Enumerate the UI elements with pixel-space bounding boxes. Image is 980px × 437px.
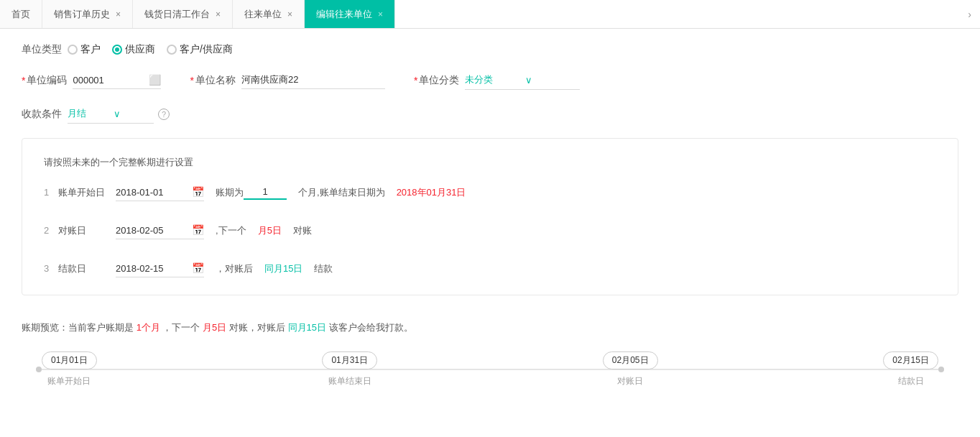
unit-category-chevron-icon: ∨: [525, 75, 580, 86]
unit-name-item: * 单位名称: [190, 72, 384, 89]
preview-highlight-2: 月5日: [203, 322, 226, 333]
period-label: 账期为: [216, 186, 244, 199]
radio-customer-supplier[interactable]: 客户/供应商: [167, 43, 233, 56]
period-value-input[interactable]: [244, 185, 287, 200]
timeline-container: 01月01日 账单开始日 01月31日 账单结束日 02月05日 对账日: [22, 351, 958, 387]
unit-category-select[interactable]: 未分类 ∨: [465, 70, 580, 90]
unit-type-item: 单位类型 客户 供应商 客户/供应商: [22, 43, 233, 56]
timeline-node-4: 02月15日 结款日: [883, 351, 938, 387]
unit-type-label: 单位类型: [22, 43, 62, 56]
settings-box: 请按照未来的一个完整帐期进行设置 1 账单开始日 📅 账期为 个月,账单结束日期…: [22, 138, 958, 295]
unit-name-input[interactable]: [241, 72, 385, 89]
unit-code-input[interactable]: [73, 72, 144, 88]
reconcile-date-input-wrap: 📅: [116, 221, 204, 239]
unit-name-label: 单位名称: [195, 74, 236, 87]
radio-supplier-circle: [112, 45, 122, 55]
preview-text: 账期预览：当前客户账期是 1个月 ，下一个 月5日 对账，对账后 同月15日 该…: [22, 321, 958, 334]
unit-code-input-wrap: ⬜: [73, 72, 161, 89]
timeline-node-3-pill: 02月05日: [603, 351, 658, 369]
setting-name-1: 账单开始日: [58, 186, 116, 199]
tab-edit-partner-unit[interactable]: 编辑往来单位 ×: [305, 0, 395, 28]
unit-type-radio-group: 客户 供应商 客户/供应商: [68, 43, 233, 56]
payment-desc-prefix: ，对账后: [216, 262, 253, 275]
timeline-left-endpoint: [36, 367, 42, 372]
setting-index-3: 3: [44, 263, 58, 274]
radio-customer-circle: [68, 45, 78, 55]
payment-desc-highlight: 同月15日: [264, 262, 302, 275]
payment-date-input-wrap: 📅: [116, 259, 204, 277]
radio-customer[interactable]: 客户: [68, 43, 101, 56]
setting-row-2: 2 对账日 📅 ,下一个 月5日 对账: [44, 221, 936, 239]
payment-date-calendar-icon[interactable]: 📅: [192, 262, 204, 274]
reconcile-desc-suffix: 对账: [293, 224, 312, 237]
period-end-date: 2018年01月31日: [397, 186, 466, 199]
timeline-node-1: 01月01日 账单开始日: [42, 351, 97, 387]
setting-row-3: 3 结款日 📅 ，对账后 同月15日 结款: [44, 259, 936, 277]
payment-terms-item: 收款条件 月结 ∨ ?: [22, 104, 170, 124]
period-unit-text: 个月,账单结束日期为: [298, 186, 385, 199]
radio-supplier[interactable]: 供应商: [112, 43, 155, 56]
timeline-node-1-label: 账单开始日: [47, 375, 91, 387]
setting-name-2: 对账日: [58, 224, 116, 237]
start-date-input-wrap: 📅: [116, 183, 204, 201]
unit-category-label: 单位分类: [419, 74, 459, 87]
timeline-node-3: 02月05日 对账日: [603, 351, 658, 387]
timeline-node-4-pill: 02月15日: [883, 351, 938, 369]
setting-index-2: 2: [44, 225, 58, 236]
payment-date-input[interactable]: [116, 263, 188, 274]
close-tab-cash-work-bench[interactable]: ×: [216, 9, 221, 19]
radio-customer-supplier-circle: [167, 45, 177, 55]
timeline-nodes: 01月01日 账单开始日 01月31日 账单结束日 02月05日 对账日: [42, 351, 938, 387]
unit-category-item: * 单位分类 未分类 ∨: [414, 70, 580, 90]
start-date-input[interactable]: [116, 187, 188, 198]
reconcile-date-calendar-icon[interactable]: 📅: [192, 224, 204, 236]
setting-name-3: 结款日: [58, 262, 116, 275]
start-date-calendar-icon[interactable]: 📅: [192, 186, 204, 198]
payment-terms-row: 收款条件 月结 ∨ ?: [22, 104, 958, 124]
preview-section: 账期预览：当前客户账期是 1个月 ，下一个 月5日 对账，对账后 同月15日 该…: [22, 310, 958, 387]
tab-partner-units[interactable]: 往来单位 ×: [233, 0, 305, 28]
payment-terms-select[interactable]: 月结 ∨: [68, 104, 154, 124]
timeline-node-3-label: 对账日: [617, 375, 643, 387]
unit-code-label: 单位编码: [27, 74, 67, 87]
reconcile-desc-prefix: ,下一个: [216, 224, 246, 237]
unit-code-copy-icon[interactable]: ⬜: [149, 74, 161, 86]
unit-category-required-star: *: [414, 75, 417, 86]
tab-more-button[interactable]: ›: [959, 9, 980, 20]
reconcile-desc-highlight: 月5日: [258, 224, 282, 237]
payment-terms-label: 收款条件: [22, 108, 62, 121]
payment-terms-chevron-icon: ∨: [114, 109, 154, 119]
unit-code-item: * 单位编码 ⬜: [22, 72, 161, 89]
timeline-node-2: 01月31日 账单结束日: [322, 351, 377, 387]
setting-index-1: 1: [44, 187, 58, 198]
unit-name-required-star: *: [190, 75, 193, 86]
tab-bar: 首页 销售订单历史 × 钱货日清工作台 × 往来单位 × 编辑往来单位 × ›: [0, 0, 980, 29]
settings-title: 请按照未来的一个完整帐期进行设置: [44, 156, 936, 169]
unit-type-row: 单位类型 客户 供应商 客户/供应商: [22, 43, 958, 56]
timeline-node-2-label: 账单结束日: [328, 375, 371, 387]
setting-row-1: 1 账单开始日 📅 账期为 个月,账单结束日期为 2018年01月31日: [44, 183, 936, 201]
close-tab-partner-units[interactable]: ×: [287, 9, 292, 19]
payment-terms-help-icon[interactable]: ?: [158, 109, 170, 120]
timeline-inner: 01月01日 账单开始日 01月31日 账单结束日 02月05日 对账日: [42, 351, 938, 387]
close-tab-sales-order-history[interactable]: ×: [116, 9, 121, 19]
tab-cash-work-bench[interactable]: 钱货日清工作台 ×: [133, 0, 233, 28]
timeline-node-1-pill: 01月01日: [42, 351, 97, 369]
timeline: 01月01日 账单开始日 01月31日 账单结束日 02月05日 对账日: [36, 351, 944, 387]
preview-highlight-1: 1个月: [137, 322, 160, 333]
timeline-right-endpoint: [938, 367, 944, 372]
unit-code-required-star: *: [22, 75, 25, 86]
timeline-node-4-label: 结款日: [898, 375, 924, 387]
tab-sales-order-history[interactable]: 销售订单历史 ×: [42, 0, 133, 28]
tab-home[interactable]: 首页: [0, 0, 42, 28]
payment-desc-suffix: 结款: [314, 262, 333, 275]
reconcile-date-input[interactable]: [116, 225, 188, 236]
unit-fields-row: * 单位编码 ⬜ * 单位名称 * 单位分类 未分类 ∨: [22, 70, 958, 90]
main-content: 单位类型 客户 供应商 客户/供应商 * 单位编码: [0, 29, 980, 437]
close-tab-edit-partner-unit[interactable]: ×: [378, 9, 383, 19]
preview-highlight-3: 同月15日: [288, 322, 326, 333]
timeline-node-2-pill: 01月31日: [322, 351, 377, 369]
